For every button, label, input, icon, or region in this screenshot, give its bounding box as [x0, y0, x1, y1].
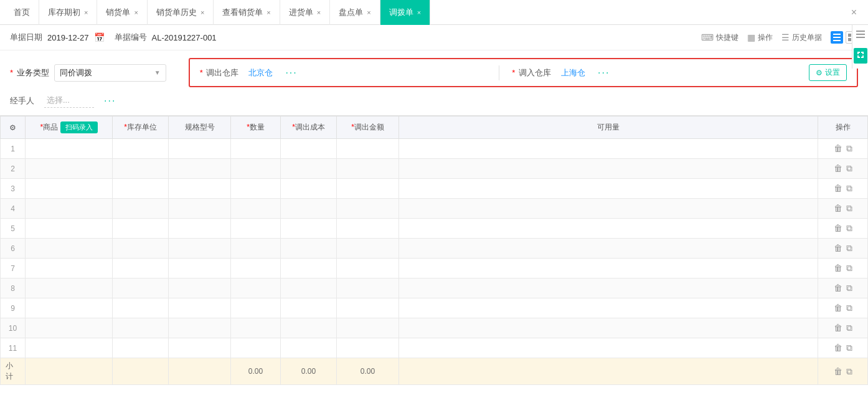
cell-goods[interactable] [26, 278, 113, 298]
cell-spec[interactable] [169, 139, 231, 159]
cell-amount[interactable] [337, 219, 399, 239]
tab-sales-history[interactable]: 销货单历史× [148, 0, 214, 25]
handler-more-button[interactable]: ··· [104, 95, 116, 107]
subtotal-delete-icon[interactable]: 🗑 [834, 366, 842, 377]
copy-row-icon[interactable]: ⧉ [846, 343, 852, 353]
cell-cost[interactable] [281, 179, 337, 199]
cell-spec[interactable] [169, 278, 231, 298]
cell-goods[interactable] [26, 219, 113, 239]
cell-spec[interactable] [169, 318, 231, 338]
cell-goods[interactable] [26, 199, 113, 219]
cell-qty[interactable] [231, 159, 281, 179]
cell-amount[interactable] [337, 318, 399, 338]
copy-row-icon[interactable]: ⧉ [846, 283, 852, 293]
cell-spec[interactable] [169, 199, 231, 219]
cell-spec[interactable] [169, 179, 231, 199]
copy-row-icon[interactable]: ⧉ [846, 203, 852, 214]
cell-qty[interactable] [231, 139, 281, 159]
cell-goods[interactable] [26, 298, 113, 318]
cell-cost[interactable] [281, 219, 337, 239]
delete-icon[interactable]: 🗑 [834, 303, 842, 313]
cell-amount[interactable] [337, 338, 399, 358]
copy-row-icon[interactable]: ⧉ [846, 143, 852, 154]
tab-transfer-order[interactable]: 调拨单× [380, 0, 430, 25]
tab-close-purchase-order[interactable]: × [317, 9, 321, 16]
cell-qty[interactable] [231, 318, 281, 338]
cell-spec[interactable] [169, 239, 231, 259]
cell-unit[interactable] [113, 219, 169, 239]
cell-cost[interactable] [281, 338, 337, 358]
cell-unit[interactable] [113, 298, 169, 318]
cell-amount[interactable] [337, 239, 399, 259]
cell-amount[interactable] [337, 179, 399, 199]
cell-unit[interactable] [113, 239, 169, 259]
tab-close-sales-history[interactable]: × [200, 9, 204, 16]
right-panel-expand-icon[interactable] [854, 48, 867, 64]
shortcut-button[interactable]: ⌨ 快捷键 [701, 32, 738, 43]
cell-goods[interactable] [26, 239, 113, 259]
cell-goods[interactable] [26, 139, 113, 159]
copy-row-icon[interactable]: ⧉ [846, 263, 852, 274]
history-button[interactable]: ☰ 历史单据 [781, 32, 822, 43]
cell-qty[interactable] [231, 298, 281, 318]
cell-spec[interactable] [169, 338, 231, 358]
cell-unit[interactable] [113, 199, 169, 219]
cell-unit[interactable] [113, 338, 169, 358]
cell-goods[interactable] [26, 159, 113, 179]
delete-icon[interactable]: 🗑 [834, 223, 842, 234]
copy-row-icon[interactable]: ⧉ [846, 223, 852, 234]
tab-close-view-sales[interactable]: × [267, 9, 270, 16]
copy-row-icon[interactable]: ⧉ [846, 183, 852, 194]
delete-icon[interactable]: 🗑 [834, 283, 842, 293]
copy-row-icon[interactable]: ⧉ [846, 323, 852, 333]
subtotal-copy-icon[interactable]: ⧉ [846, 366, 852, 377]
tab-close-transfer-order[interactable]: × [417, 9, 421, 16]
calendar-icon[interactable]: 📅 [94, 32, 105, 42]
delete-icon[interactable]: 🗑 [834, 263, 842, 274]
warehouse-settings-button[interactable]: ⚙ 设置 [809, 64, 847, 81]
cell-amount[interactable] [337, 159, 399, 179]
delete-icon[interactable]: 🗑 [834, 163, 842, 174]
cell-amount[interactable] [337, 139, 399, 159]
cell-amount[interactable] [337, 259, 399, 278]
right-panel-list-icon[interactable] [856, 30, 865, 40]
list-view-icon[interactable] [831, 31, 843, 44]
cell-unit[interactable] [113, 278, 169, 298]
tab-close-inventory-init[interactable]: × [84, 9, 88, 16]
cell-cost[interactable] [281, 278, 337, 298]
cell-qty[interactable] [231, 219, 281, 239]
cell-unit[interactable] [113, 259, 169, 278]
cell-goods[interactable] [26, 179, 113, 199]
cell-goods[interactable] [26, 318, 113, 338]
cell-spec[interactable] [169, 219, 231, 239]
cell-cost[interactable] [281, 259, 337, 278]
delete-icon[interactable]: 🗑 [834, 143, 842, 154]
cell-qty[interactable] [231, 278, 281, 298]
business-type-select[interactable]: 同价调拨 ▼ [54, 64, 166, 82]
cell-cost[interactable] [281, 199, 337, 219]
delete-icon[interactable]: 🗑 [834, 243, 842, 254]
cell-unit[interactable] [113, 318, 169, 338]
cell-qty[interactable] [231, 259, 281, 278]
copy-row-icon[interactable]: ⧉ [846, 163, 852, 174]
copy-row-icon[interactable]: ⧉ [846, 243, 852, 254]
cell-qty[interactable] [231, 239, 281, 259]
tab-sales-order[interactable]: 销货单× [97, 0, 147, 25]
warehouse-in-more-button[interactable]: ··· [598, 67, 610, 79]
operations-button[interactable]: ▦ 操作 [747, 32, 773, 43]
cell-unit[interactable] [113, 139, 169, 159]
cell-amount[interactable] [337, 298, 399, 318]
close-all-button[interactable]: × [845, 7, 863, 18]
cell-unit[interactable] [113, 179, 169, 199]
cell-goods[interactable] [26, 259, 113, 278]
tab-purchase-order[interactable]: 进货单× [280, 0, 330, 25]
handler-input[interactable]: 选择... [44, 93, 94, 108]
warehouse-out-more-button[interactable]: ··· [285, 67, 297, 79]
cell-qty[interactable] [231, 179, 281, 199]
cell-qty[interactable] [231, 338, 281, 358]
tab-inventory-check[interactable]: 盘点单× [330, 0, 380, 25]
cell-amount[interactable] [337, 199, 399, 219]
delete-icon[interactable]: 🗑 [834, 203, 842, 214]
delete-icon[interactable]: 🗑 [834, 343, 842, 353]
delete-icon[interactable]: 🗑 [834, 323, 842, 333]
